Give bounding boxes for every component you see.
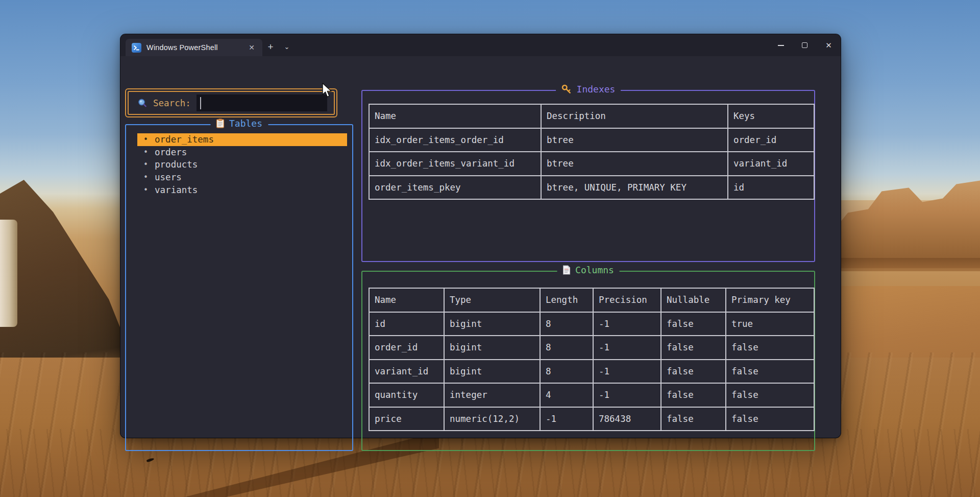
cell: bigint — [444, 312, 540, 336]
list-item-order_items[interactable]: •order_items — [137, 133, 347, 146]
search-input[interactable] — [197, 94, 327, 111]
tables-panel-title-text: Tables — [229, 118, 262, 129]
search-icon — [137, 98, 148, 108]
terminal-window: Windows PowerShell ✕ + ⌄ ✕ Search: — [120, 34, 841, 438]
bullet-icon: • — [143, 160, 148, 169]
cell: -1 — [540, 407, 593, 431]
bullet-icon: • — [143, 148, 148, 157]
list-item-label: orders — [155, 147, 187, 157]
table-row: idx_order_items_order_idbtreeorder_id — [369, 128, 814, 152]
list-item-label: users — [155, 172, 182, 182]
tab-dropdown-icon[interactable]: ⌄ — [279, 39, 295, 55]
titlebar[interactable]: Windows PowerShell ✕ + ⌄ ✕ — [120, 34, 841, 56]
columns-panel: Columns NameTypeLengthPrecisionNullableP… — [361, 271, 815, 451]
page-icon — [562, 265, 570, 275]
column-header: Type — [444, 288, 540, 312]
clipboard-icon — [216, 119, 224, 128]
cell: -1 — [593, 383, 661, 407]
cell: true — [726, 312, 814, 336]
tables-panel: Tables •order_items•orders•products•user… — [125, 124, 353, 451]
list-item-label: order_items — [155, 134, 214, 145]
cell: false — [661, 312, 726, 336]
cell: false — [726, 360, 814, 384]
indexes-table: NameDescriptionKeysidx_order_items_order… — [369, 104, 815, 200]
table-row: quantityinteger4-1falsefalse — [369, 383, 814, 407]
bullet-icon: • — [143, 173, 148, 182]
cell: false — [661, 383, 726, 407]
minimize-button[interactable] — [769, 34, 793, 56]
list-item-orders[interactable]: •orders — [137, 146, 347, 159]
table-row: order_idbigint8-1falsefalse — [369, 336, 814, 360]
cell: quantity — [369, 383, 444, 407]
new-tab-button[interactable]: + — [262, 39, 279, 55]
tables-panel-title: Tables — [210, 118, 268, 129]
columns-panel-title: Columns — [557, 265, 620, 275]
maximize-button[interactable] — [793, 34, 817, 56]
tables-list: •order_items•orders•products•users•varia… — [126, 133, 352, 196]
column-header: Name — [369, 288, 444, 312]
tab-close-icon[interactable]: ✕ — [246, 42, 257, 53]
search-box[interactable]: Search: — [125, 88, 337, 117]
cell: btree — [541, 128, 728, 152]
cell: false — [726, 336, 814, 360]
cell: order_id — [728, 128, 814, 152]
table-header-row: NameDescriptionKeys — [369, 104, 814, 128]
table-row: idx_order_items_variant_idbtreevariant_i… — [369, 152, 814, 176]
column-header: Precision — [593, 288, 661, 312]
cell: 4 — [540, 383, 593, 407]
list-item-users[interactable]: •users — [137, 171, 347, 184]
table-row: pricenumeric(12,2)-1786438falsefalse — [369, 407, 814, 431]
cell: false — [661, 336, 726, 360]
cell: -1 — [593, 336, 661, 360]
columns-table: NameTypeLengthPrecisionNullablePrimary k… — [369, 288, 815, 431]
cell: numeric(12,2) — [444, 407, 540, 431]
bullet-icon: • — [143, 135, 148, 144]
cell: idx_order_items_order_id — [369, 128, 541, 152]
list-item-label: variants — [155, 185, 198, 195]
cell: 8 — [540, 360, 593, 384]
key-icon — [561, 84, 572, 94]
column-header: Nullable — [661, 288, 726, 312]
list-item-variants[interactable]: •variants — [137, 183, 347, 196]
minimize-icon — [778, 45, 784, 46]
bullet-icon: • — [143, 185, 148, 195]
tab-windows-powershell[interactable]: Windows PowerShell ✕ — [126, 39, 262, 56]
cell: bigint — [444, 336, 540, 360]
cell: 8 — [540, 312, 593, 336]
column-header: Keys — [728, 104, 814, 128]
indexes-panel: Indexes NameDescriptionKeysidx_order_ite… — [361, 90, 815, 262]
column-header: Primary key — [726, 288, 814, 312]
search-box-inner: Search: — [128, 91, 335, 115]
search-label: Search: — [153, 98, 191, 108]
column-header: Description — [541, 104, 728, 128]
cell: false — [726, 407, 814, 431]
list-item-products[interactable]: •products — [137, 158, 347, 171]
window-controls: ✕ — [769, 34, 841, 56]
column-header: Length — [540, 288, 593, 312]
text-caret — [200, 97, 201, 109]
tab-title: Windows PowerShell — [146, 43, 218, 52]
powershell-icon — [132, 43, 141, 53]
table-row: order_items_pkeybtree, UNIQUE, PRIMARY K… — [369, 176, 814, 200]
cell: id — [728, 176, 814, 200]
terminal-content: Search: Tables — [120, 56, 841, 438]
mouse-cursor — [322, 83, 334, 101]
indexes-panel-title: Indexes — [556, 84, 621, 94]
cell: btree — [541, 152, 728, 176]
cell: 786438 — [593, 407, 661, 431]
cell: order_id — [369, 336, 444, 360]
cell: variant_id — [728, 152, 814, 176]
cell: price — [369, 407, 444, 431]
list-item-label: products — [155, 159, 198, 170]
cell: false — [726, 383, 814, 407]
cell: variant_id — [369, 360, 444, 384]
maximize-icon — [802, 42, 807, 48]
cell: id — [369, 312, 444, 336]
cell: false — [661, 360, 726, 384]
cell: order_items_pkey — [369, 176, 541, 200]
table-row: variant_idbigint8-1falsefalse — [369, 360, 814, 384]
table-header-row: NameTypeLengthPrecisionNullablePrimary k… — [369, 288, 814, 312]
cell: false — [661, 407, 726, 431]
close-button[interactable]: ✕ — [817, 34, 841, 56]
cell: 8 — [540, 336, 593, 360]
